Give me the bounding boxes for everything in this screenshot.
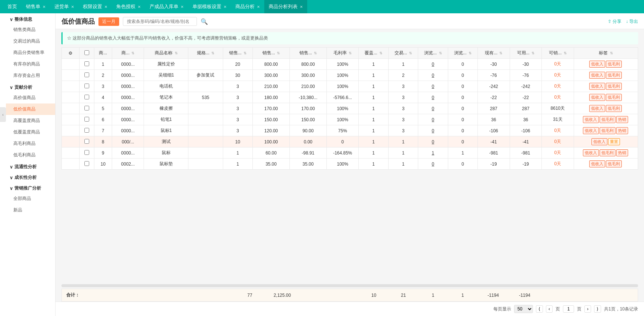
view1-link[interactable]: 0 [432, 128, 435, 133]
col-sale-qty[interactable]: 销售... ⇅ [223, 48, 252, 59]
nav-close-purchase[interactable]: ✕ [71, 5, 74, 9]
sidebar-item-stock-products[interactable]: 有库存的商品 [6, 58, 55, 70]
nav-product-analysis[interactable]: 商品分析 ✕ [231, 0, 264, 13]
share-btn[interactable]: ⇧ 分享 [608, 18, 621, 25]
nav-purchase[interactable]: 进货单 ✕ [50, 0, 78, 13]
sidebar-item-low-profit[interactable]: 低毛利商品 [6, 149, 55, 161]
view1-link[interactable]: 0 [432, 84, 435, 89]
nav-template[interactable]: 单据模板设置 ✕ [188, 0, 231, 13]
cell-view1[interactable]: 0 [418, 70, 448, 81]
row-checkbox[interactable] [84, 117, 89, 122]
cell-check[interactable] [79, 70, 94, 81]
col-available[interactable]: 可用... ⇅ [510, 48, 542, 59]
nav-permissions[interactable]: 权限设置 ✕ [78, 0, 112, 13]
search-input[interactable] [123, 17, 197, 26]
row-checkbox[interactable] [84, 95, 89, 99]
cell-view1[interactable]: 0 [418, 136, 448, 147]
col-settings[interactable]: ⚙ [62, 48, 80, 59]
view1-link[interactable]: 1 [432, 150, 435, 156]
row-checkbox[interactable] [84, 150, 89, 155]
col-profit-rate[interactable]: 毛利率 ⇅ [326, 48, 359, 59]
col-stock[interactable]: 现有... ⇅ [477, 48, 510, 59]
col-name[interactable]: 商品名称 ⇅ [144, 48, 188, 59]
col-check-all[interactable] [79, 48, 94, 59]
sidebar-item-low-coverage[interactable]: 低覆盖度商品 [6, 126, 55, 138]
per-page-select[interactable]: 50 100 200 [514, 305, 533, 313]
nav-close-permissions[interactable]: ✕ [104, 5, 107, 9]
view1-link[interactable]: 0 [432, 139, 435, 145]
sidebar-item-all-products[interactable]: 全部商品 [6, 193, 55, 204]
cell-view1[interactable]: 0 [418, 92, 448, 103]
sidebar-item-low-value[interactable]: 低价值商品 [6, 103, 55, 115]
cell-check[interactable] [79, 59, 94, 70]
view1-link[interactable]: 0 [432, 62, 435, 67]
cell-check[interactable] [79, 159, 94, 170]
row-checkbox[interactable] [84, 139, 89, 144]
col-trade[interactable]: 交易... ⇅ [388, 48, 418, 59]
col-code[interactable]: 商... ⇅ [112, 48, 144, 59]
sidebar-item-high-profit[interactable]: 高毛利商品 [6, 138, 55, 149]
filter-recent-month-btn[interactable]: 近一月 [98, 17, 119, 26]
row-checkbox[interactable] [84, 61, 89, 66]
cell-check[interactable] [79, 81, 94, 92]
sidebar-collapse-btn[interactable]: ‹ [0, 107, 6, 122]
cell-check[interactable] [79, 136, 94, 147]
cell-check[interactable] [79, 114, 94, 125]
view1-link[interactable]: 0 [432, 106, 435, 111]
nav-product-analysis-list[interactable]: 商品分析列表 ✕ [264, 0, 307, 13]
row-checkbox[interactable] [84, 106, 89, 111]
nav-close-sales[interactable]: ✕ [43, 5, 46, 9]
view1-link[interactable]: 0 [432, 117, 435, 122]
col-view2[interactable]: 浏览... ⇅ [448, 48, 477, 59]
col-view1[interactable]: 浏览... ⇅ [418, 48, 448, 59]
row-checkbox[interactable] [84, 84, 89, 88]
col-tags[interactable]: 标签 ⇅ [574, 48, 638, 59]
view1-link[interactable]: 0 [432, 73, 435, 78]
prev-page-btn[interactable]: ‹ [546, 305, 553, 313]
view1-link[interactable]: 0 [432, 95, 435, 100]
nav-close-product-analysis[interactable]: ✕ [257, 5, 260, 9]
sidebar-item-category-sales[interactable]: 商品分类销售率 [6, 47, 55, 58]
sidebar-item-new-products[interactable]: 新品 [6, 204, 55, 216]
col-coverage[interactable]: 覆盖... ⇅ [359, 48, 388, 59]
nav-close-template[interactable]: ✕ [224, 5, 227, 9]
cell-view1[interactable]: 0 [418, 159, 448, 170]
view1-link[interactable]: 0 [432, 162, 435, 167]
col-sale-amount[interactable]: 销售... ⇅ [252, 48, 289, 59]
nav-close-list[interactable]: ✕ [300, 5, 303, 9]
check-all-checkbox[interactable] [84, 50, 89, 55]
cell-view1[interactable]: 0 [418, 125, 448, 136]
nav-close-roles[interactable]: ✕ [138, 5, 141, 9]
cell-check[interactable] [79, 103, 94, 114]
horizontal-scrollbar[interactable] [61, 284, 638, 287]
nav-home[interactable]: 首页 [3, 0, 21, 13]
next-page-btn[interactable]: › [584, 305, 591, 313]
nav-close-inventory[interactable]: ✕ [181, 5, 184, 9]
cell-check[interactable] [79, 147, 94, 159]
cell-view1[interactable]: 1 [418, 147, 448, 159]
sidebar-item-high-value[interactable]: 高价值商品 [6, 92, 55, 103]
row-checkbox[interactable] [84, 128, 89, 133]
cell-check[interactable] [79, 125, 94, 136]
cell-view1[interactable]: 0 [418, 103, 448, 114]
sidebar-item-sales-products[interactable]: 销售类商品 [6, 24, 55, 35]
col-sale-cost[interactable]: 销售... ⇅ [289, 48, 326, 59]
last-page-btn[interactable]: ⟩ [594, 305, 601, 313]
cell-check[interactable] [79, 92, 94, 103]
nav-sales-order[interactable]: 销售单 ✕ [21, 0, 50, 13]
cell-view1[interactable]: 0 [418, 59, 448, 70]
row-checkbox[interactable] [84, 161, 89, 166]
page-number-input[interactable] [563, 305, 574, 313]
first-page-btn[interactable]: ⟨ [536, 305, 543, 313]
nav-inventory-in[interactable]: 产成品入库单 ✕ [145, 0, 188, 13]
row-checkbox[interactable] [84, 72, 89, 77]
cell-view1[interactable]: 0 [418, 81, 448, 92]
sidebar-item-high-coverage[interactable]: 高覆盖度商品 [6, 115, 55, 126]
nav-roles[interactable]: 角色授权 ✕ [112, 0, 145, 13]
sidebar-item-stock-capital[interactable]: 库存资金占用 [6, 70, 55, 81]
cell-view1[interactable]: 0 [418, 114, 448, 125]
col-spec[interactable]: 规格... ⇅ [188, 48, 223, 59]
export-btn[interactable]: ↓ 导出 [626, 18, 638, 25]
search-icon[interactable]: 🔍 [201, 18, 208, 25]
sidebar-item-traded-products[interactable]: 交易过的商品 [6, 35, 55, 47]
